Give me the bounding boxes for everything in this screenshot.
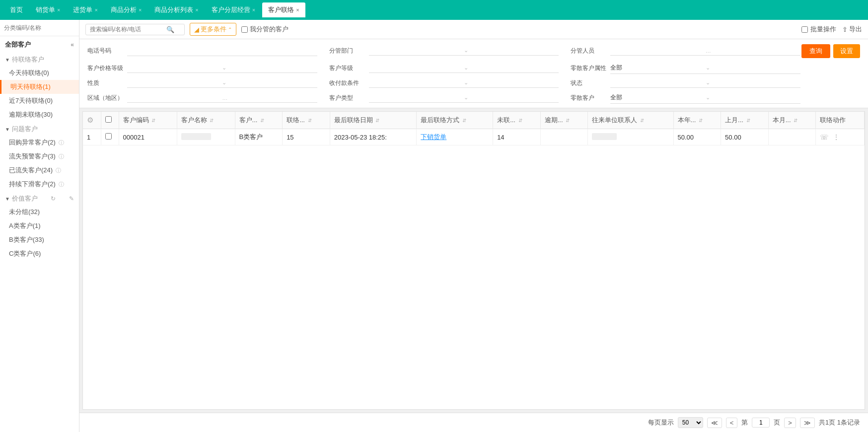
sort-icon-person[interactable]: ⇵ <box>640 118 644 123</box>
sidebar-item-declining[interactable]: 持续下滑客户(2) ⓘ <box>0 177 79 191</box>
phone-input[interactable] <box>127 46 317 56</box>
search-input[interactable] <box>90 26 164 33</box>
sidebar-item-tomorrow[interactable]: 明天待联络(1) <box>0 80 79 94</box>
next-page-btn[interactable]: > <box>784 418 796 428</box>
sort-icon-name[interactable]: ⇵ <box>210 118 214 123</box>
retail-customer-select[interactable]: 全部 ⌄ <box>610 92 800 104</box>
filter-row-3: 性质 ⌄ 收付款条件 ⌄ 状态 <box>87 78 860 88</box>
advanced-filter: 电话号码 分管部门 ⌄ 分管人员 … <box>79 39 868 108</box>
nav-close-product-analysis-list[interactable]: × <box>195 7 198 13</box>
sort-icon-date[interactable]: ⇵ <box>375 118 379 123</box>
col-checkbox <box>101 112 119 129</box>
row-checkbox[interactable] <box>105 133 112 140</box>
group-pending-contact[interactable]: ▼ 待联络客户 <box>0 52 79 66</box>
first-page-btn[interactable]: ≪ <box>707 418 722 428</box>
sort-icon-code[interactable]: ⇵ <box>151 118 155 123</box>
customer-type-select[interactable]: ⌄ <box>369 93 559 103</box>
nav-sales-order[interactable]: 销货单 × <box>30 2 66 17</box>
search-icon[interactable]: 🔍 <box>166 26 174 33</box>
sidebar-item-c-class[interactable]: C类客户(6) <box>0 247 79 261</box>
export-icon: ⇧ <box>842 26 848 33</box>
nav-product-analysis[interactable]: 商品分析 × <box>105 2 147 17</box>
sidebar-item-churned[interactable]: 已流失客户(24) ⓘ <box>0 163 79 177</box>
batch-checkbox[interactable] <box>801 26 808 33</box>
table-settings-icon[interactable]: ⚙ <box>87 116 93 124</box>
nav-customer-contact[interactable]: 客户联络 × <box>262 2 305 17</box>
dept-select[interactable]: ⌄ <box>369 46 559 56</box>
sort-icon-contact[interactable]: ⇵ <box>308 118 312 123</box>
nature-select[interactable]: ⌄ <box>127 78 317 88</box>
info-icon-4: ⓘ <box>59 181 64 188</box>
sort-icon-type[interactable]: ⇵ <box>260 118 264 123</box>
sort-icon-overdue[interactable]: ⇵ <box>566 118 570 123</box>
col-last-month: 上月... ⇵ <box>721 112 769 129</box>
sort-icon-method[interactable]: ⇵ <box>462 118 466 123</box>
payment-arrow: ⌄ <box>464 79 559 86</box>
payment-select[interactable]: ⌄ <box>369 78 559 88</box>
col-customer-name: 客户名称 ⇵ <box>177 112 235 129</box>
nav-close-sales-order[interactable]: × <box>57 7 60 13</box>
last-page-btn[interactable]: ≫ <box>800 418 815 428</box>
sort-icon-year[interactable]: ⇵ <box>699 118 703 123</box>
nav-customer-tier[interactable]: 客户分层经营 × <box>206 2 261 17</box>
nav-product-analysis-list[interactable]: 商品分析列表 × <box>148 2 204 17</box>
nav-close-product-analysis[interactable]: × <box>139 7 142 13</box>
top-nav: 首页 销货单 × 进货单 × 商品分析 × 商品分析列表 × 客户分层经营 × … <box>0 0 868 20</box>
customer-level-select[interactable]: ⌄ <box>369 63 559 73</box>
sidebar-item-a-class[interactable]: A类客户(1) <box>0 219 79 233</box>
edit-icon[interactable]: ✎ <box>69 195 74 202</box>
refresh-icon[interactable]: ↻ <box>51 195 56 202</box>
per-page-select[interactable]: 50 100 200 <box>678 417 703 428</box>
region-select[interactable]: … <box>127 93 317 103</box>
sort-icon-uncontacted[interactable]: ⇵ <box>518 118 522 123</box>
retail-attr-arrow: ⌄ <box>706 65 800 71</box>
sidebar-item-ungrouped[interactable]: 未分组(32) <box>0 205 79 219</box>
collapse-icon[interactable]: « <box>71 41 74 48</box>
all-customers-header: 全部客户 « <box>0 36 79 52</box>
field-price-level: 客户价格等级 ⌄ <box>87 63 317 73</box>
nav-close-customer-tier[interactable]: × <box>252 7 255 13</box>
price-level-select[interactable]: ⌄ <box>127 63 317 73</box>
settings-btn[interactable]: 设置 <box>833 44 860 58</box>
prev-page-btn[interactable]: < <box>726 418 738 428</box>
sidebar-item-repurchase-anomaly[interactable]: 回购异常客户(2) ⓘ <box>0 136 79 149</box>
group-value-customers[interactable]: ▼ 价值客户 ↻ ✎ <box>0 191 79 205</box>
filter-row-2: 客户价格等级 ⌄ 客户等级 ⌄ 零散客户属性 <box>87 62 860 74</box>
more-conditions-btn[interactable]: ◢ 更多条件 ⌃ <box>190 23 236 36</box>
nav-close-purchase-order[interactable]: × <box>94 7 97 13</box>
export-btn[interactable]: ⇧ 导出 <box>842 25 862 34</box>
sidebar-item-today[interactable]: 今天待联络(0) <box>0 66 79 80</box>
phone-action-icon[interactable]: ☏ <box>820 133 829 141</box>
cell-contact-count: 15 <box>283 129 330 145</box>
cell-last-method: 下销货单 <box>417 129 493 145</box>
cell-overdue <box>540 129 588 145</box>
group-problem-customers[interactable]: ▼ 问题客户 <box>0 122 79 136</box>
query-btn[interactable]: 查询 <box>801 44 830 58</box>
sort-icon-last-month[interactable]: ⇵ <box>746 118 750 123</box>
sidebar-search-input[interactable] <box>4 24 78 31</box>
sidebar-item-overdue[interactable]: 逾期未联络(30) <box>0 108 79 122</box>
sidebar-item-churn-warning[interactable]: 流失预警客户(3) ⓘ <box>0 149 79 163</box>
nature-arrow: ⌄ <box>222 79 317 86</box>
select-all-checkbox[interactable] <box>105 116 112 123</box>
my-customers-checkbox[interactable] <box>241 26 248 33</box>
sidebar-item-b-class[interactable]: B类客户(33) <box>0 233 79 247</box>
sort-icon-this-month[interactable]: ⇵ <box>794 118 797 123</box>
manager-select[interactable]: … <box>610 46 800 56</box>
col-last-contact-method: 最后联络方式 ⇵ <box>417 112 493 129</box>
grid-action-icon[interactable]: ⋮ <box>833 133 840 141</box>
nav-purchase-order[interactable]: 进货单 × <box>67 2 103 17</box>
sidebar-item-7days[interactable]: 近7天待联络(0) <box>0 94 79 108</box>
col-this-year: 本年... ⇵ <box>673 112 721 129</box>
pagination-bar: 每页显示 50 100 200 ≪ < 第 页 > ≫ 共1页 1条记录 <box>79 413 868 432</box>
my-customers-checkbox-area[interactable]: 我分管的客户 <box>241 25 289 34</box>
page-number-input[interactable] <box>752 418 770 428</box>
nav-home[interactable]: 首页 <box>4 2 29 17</box>
cell-name <box>177 129 235 145</box>
batch-operation-btn[interactable]: 批量操作 <box>801 25 836 34</box>
status-select[interactable]: ⌄ <box>610 78 800 88</box>
last-method-link[interactable]: 下销货单 <box>421 133 446 141</box>
nav-close-customer-contact[interactable]: × <box>296 7 299 13</box>
status-arrow: ⌄ <box>706 79 800 86</box>
retail-attr-select[interactable]: 全部 ⌄ <box>610 62 800 74</box>
